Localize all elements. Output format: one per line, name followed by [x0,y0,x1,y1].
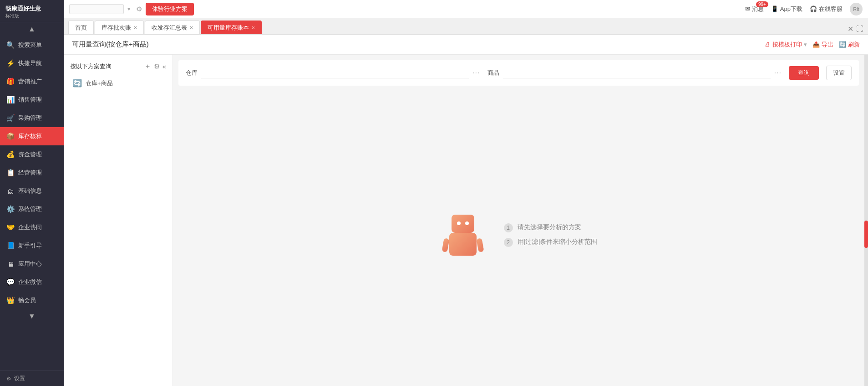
online-service-button[interactable]: 🎧 在线客服 [810,5,843,13]
filter-item[interactable]: 🔄 仓库+商品 [64,75,173,91]
sidebar-item-label-shortcut: 快捷导航 [18,59,42,67]
sidebar-item-inventory[interactable]: 📦 库存核算 [0,127,64,145]
page-header: 可用量查询(按仓库+商品) 🖨 按模板打印 ▾ 📤 导出 🔄 刷新 [64,35,868,55]
sidebar-item-label-member: 畅会员 [18,296,36,304]
empty-tip-1: 1 请先选择要分析的方案 [504,223,598,232]
tabs-container: 首页库存批次账×收发存汇总表×可用量库存账本× [68,21,262,34]
warehouse-label: 仓库 [186,69,198,77]
sidebar-item-member[interactable]: 👑 畅会员 [0,291,64,309]
filter-item-label: 仓库+商品 [86,79,113,87]
warehouse-input[interactable] [201,67,469,78]
avatar-text: Rit [853,6,859,12]
filter-header-label: 按以下方案查询 [70,62,112,71]
gear-icon[interactable]: ⚙ [136,5,142,13]
settings-icon: ⚙ [6,376,11,382]
industry-solution-button[interactable]: 体验行业方案 [146,3,194,15]
add-filter-button[interactable]: ＋ [144,62,151,71]
app-download-label: App下载 [780,5,802,13]
sidebar-bottom-settings[interactable]: ⚙ 设置 [0,371,64,386]
product-input[interactable] [503,67,771,78]
search-input[interactable] [69,4,124,14]
system-icon: ⚙️ [6,205,15,213]
tab-label-available: 可用量库存账本 [208,24,249,32]
print-button[interactable]: 🖨 按模板打印 ▾ [765,41,807,49]
phone-icon: 📱 [771,5,778,12]
robot-arm-left [442,238,449,252]
refresh-button[interactable]: 🔄 刷新 [839,41,860,49]
close-tab-button[interactable]: ✕ [848,25,853,33]
sidebar-item-marketing[interactable]: 🎁 营销推广 [0,72,64,91]
logo-subtitle: 标准版 [5,13,58,19]
topbar-right: ✉ 消息 99+ 📱 App下载 🎧 在线客服 Rit [745,3,863,15]
sidebar-scroll-up[interactable]: ▲ [0,22,64,36]
avatar[interactable]: Rit [850,3,863,15]
right-scrollbar[interactable] [864,55,868,386]
tab-close-receipt[interactable]: × [190,25,193,31]
printer-icon: 🖨 [765,41,771,48]
headset-icon: 🎧 [810,5,817,12]
page-actions: 🖨 按模板打印 ▾ 📤 导出 🔄 刷新 [765,41,860,49]
sidebar-item-shortcut[interactable]: ⚡ 快捷导航 [0,54,64,72]
tab-close-batch[interactable]: × [134,25,137,31]
tab-label-batch: 库存批次账 [102,24,131,32]
sidebar-item-finance[interactable]: 💰 资金管理 [0,145,64,164]
sidebar-scroll-down[interactable]: ▼ [0,309,64,323]
product-more-icon[interactable]: ··· [774,69,782,77]
tip-text-1: 请先选择要分析的方案 [518,223,581,232]
robot-arm-right [476,238,484,252]
robot-body [449,233,477,256]
print-label: 按模板打印 [772,41,802,49]
sidebar-item-system[interactable]: ⚙️ 系统管理 [0,200,64,218]
product-label: 商品 [487,69,499,77]
topbar: ▾ ⚙ 体验行业方案 ✉ 消息 99+ 📱 App下载 🎧 在线客服 Rit [64,0,868,18]
export-button[interactable]: 📤 导出 [812,41,833,49]
sidebar-item-enterprise[interactable]: 🤝 企业协同 [0,218,64,237]
sidebar-item-operations[interactable]: 📋 经营管理 [0,164,64,182]
sidebar-item-label-finance: 资金管理 [18,150,42,159]
member-icon: 👑 [6,296,15,304]
filter-item-icon: 🔄 [73,79,82,87]
tab-label-receipt: 收发存汇总表 [152,24,187,32]
tab-home[interactable]: 首页 [68,21,94,34]
maximize-tab-button[interactable]: ⛶ [856,25,863,33]
tab-actions: ✕ ⛶ [848,25,863,34]
sidebar-item-sales[interactable]: 📊 销售管理 [0,91,64,109]
message-button[interactable]: ✉ 消息 99+ [745,5,764,13]
tab-receipt[interactable]: 收发存汇总表× [145,21,200,34]
warehouse-more-icon[interactable]: ··· [472,69,480,77]
sidebar-item-search[interactable]: 🔍 搜索菜单 [0,36,64,54]
sidebar-logo: 畅康通好生意 标准版 [0,0,64,22]
query-button[interactable]: 查询 [789,66,819,80]
empty-state: 1 请先选择要分析的方案 2 用[过滤]条件来缩小分析范围 [178,89,859,381]
tab-batch[interactable]: 库存批次账× [95,21,144,34]
sidebar-item-appcenter[interactable]: 🖥 应用中心 [0,255,64,273]
refresh-label: 刷新 [848,41,860,49]
sidebar-nav: ▲ 🔍 搜索菜单 ⚡ 快捷导航 🎁 营销推广 📊 销售管理 🛒 采购管理 📦 库… [0,22,64,371]
settings-button[interactable]: 设置 [826,66,852,80]
page-title: 可用量查询(按仓库+商品) [72,40,765,49]
sidebar-item-label-purchase: 采购管理 [18,114,42,122]
filter-settings-button[interactable]: ⚙ [154,62,160,71]
message-badge: 99+ [756,1,768,7]
sidebar-item-purchase[interactable]: 🛒 采购管理 [0,109,64,127]
tip-num-2: 2 [504,238,513,247]
robot-eye-left [457,221,461,225]
sidebar-item-label-system: 系统管理 [18,205,42,213]
sidebar-item-wechat[interactable]: 💬 企业微信 [0,273,64,291]
sidebar-bottom-label: 设置 [14,375,25,382]
tab-close-available[interactable]: × [252,25,255,31]
wechat-icon: 💬 [6,278,15,286]
sidebar-items: 🔍 搜索菜单 ⚡ 快捷导航 🎁 营销推广 📊 销售管理 🛒 采购管理 📦 库存核… [0,36,64,309]
sidebar-item-newguide[interactable]: 📘 新手引导 [0,237,64,255]
sidebar-item-label-marketing: 营销推广 [18,77,42,86]
content-area: 按以下方案查询 ＋ ⚙ « 🔄 仓库+商品 仓库 ··· [64,55,868,386]
filter-header: 按以下方案查询 ＋ ⚙ « [64,59,173,75]
app-download-button[interactable]: 📱 App下载 [771,5,802,13]
inventory-icon: 📦 [6,132,15,140]
tab-available[interactable]: 可用量库存账本× [201,21,262,34]
collapse-filter-button[interactable]: « [162,62,166,71]
chevron-down-icon[interactable]: ▾ [127,5,131,12]
search-icon: 🔍 [6,41,15,49]
sidebar-item-basics[interactable]: 🗂 基础信息 [0,182,64,200]
operations-icon: 📋 [6,169,15,177]
